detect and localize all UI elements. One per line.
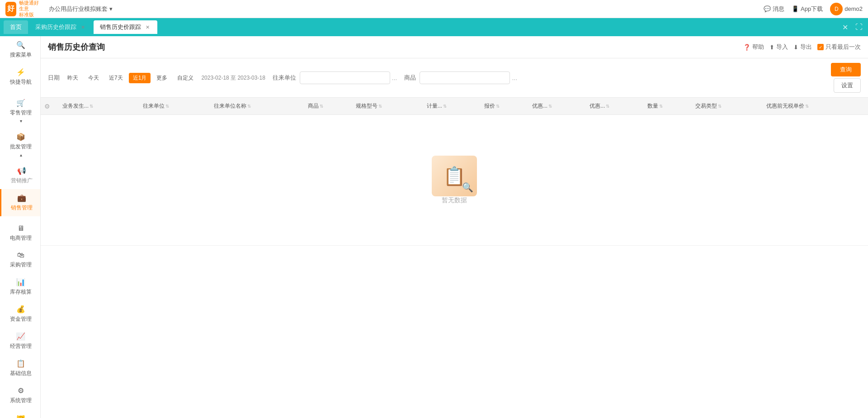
th-quantity[interactable]: 数量 ⇅ bbox=[644, 98, 692, 115]
import-button[interactable]: ⬆ 导入 bbox=[769, 43, 788, 51]
top-bar-left: 好 畅捷通好生意 标准版 办公用品行业模拟账套 ▾ bbox=[5, 0, 116, 18]
table-container: ⚙ 业务发生... ⇅ 往来单位 ⇅ bbox=[41, 98, 868, 418]
maximize-button[interactable]: ⛶ bbox=[854, 21, 864, 33]
product-ellipsis-button[interactable]: ... bbox=[512, 74, 517, 81]
sidebar-item-marketing[interactable]: 📢 营销推广 bbox=[0, 162, 40, 189]
th-unit[interactable]: 计量... ⇅ bbox=[423, 98, 481, 115]
sort-icon-quantity: ⇅ bbox=[659, 104, 663, 109]
sidebar: 🔍 搜索菜单 ⚡ 快捷导航 🛒 零售管理 ▾ 📦 批发管理 ▴ 📢 营销推广 💼… bbox=[0, 36, 41, 418]
help-button[interactable]: ❓ 帮助 bbox=[743, 43, 764, 51]
sort-icon-product: ⇅ bbox=[320, 104, 323, 109]
help-icon: ❓ bbox=[743, 44, 750, 51]
th-pre-tax-price[interactable]: 优惠前无税单价 ⇅ bbox=[763, 98, 868, 115]
custom-btn[interactable]: 自定义 bbox=[173, 73, 198, 83]
import-icon: ⬆ bbox=[769, 44, 774, 51]
th-trade-type[interactable]: 交易类型 ⇅ bbox=[692, 98, 763, 115]
avatar: D bbox=[830, 3, 843, 15]
last7days-btn[interactable]: 近7天 bbox=[105, 73, 127, 83]
date-label: 日期 bbox=[48, 74, 60, 82]
empty-illustration bbox=[432, 156, 477, 196]
system-icon: ⚙ bbox=[18, 386, 24, 395]
date-shortcuts: 昨天 今天 近7天 近1月 更多 自定义 bbox=[63, 73, 198, 83]
th-discount1[interactable]: 优惠... ⇅ bbox=[528, 98, 586, 115]
sidebar-item-finance[interactable]: 💰 资金管理 bbox=[0, 300, 40, 328]
th-product[interactable]: 商品 ⇅ bbox=[304, 98, 352, 115]
settings-button[interactable]: 设置 bbox=[834, 78, 861, 93]
sidebar-item-search-menu[interactable]: 🔍 搜索菜单 bbox=[0, 36, 40, 63]
data-table: ⚙ 业务发生... ⇅ 往来单位 ⇅ bbox=[41, 98, 868, 246]
last1month-btn[interactable]: 近1月 bbox=[129, 73, 151, 83]
page-title: 销售历史价查询 bbox=[48, 42, 105, 52]
more-btn[interactable]: 更多 bbox=[152, 73, 171, 83]
export-button[interactable]: ⬇ 导出 bbox=[793, 43, 812, 51]
sidebar-item-operations[interactable]: 📈 经营管理 bbox=[0, 328, 40, 355]
th-discount2[interactable]: 优惠... ⇅ bbox=[586, 98, 643, 115]
th-partner-code[interactable]: 往来单位 ⇅ bbox=[139, 98, 210, 115]
home-tab-label: 首页 bbox=[10, 23, 22, 31]
partner-input[interactable] bbox=[300, 71, 390, 84]
date-range-display: 2023-02-18 至 2023-03-18 bbox=[201, 74, 265, 82]
product-filter-group: 商品 ... bbox=[404, 71, 517, 84]
sidebar-item-system[interactable]: ⚙ 系统管理 bbox=[0, 382, 40, 409]
empty-text: 暂无数据 bbox=[442, 196, 467, 204]
sidebar-item-retail[interactable]: 🛒 零售管理 ▾ bbox=[0, 94, 40, 128]
th-biz-date[interactable]: 业务发生... ⇅ bbox=[59, 98, 139, 115]
sidebar-item-ecommerce[interactable]: 🖥 电商管理 bbox=[0, 220, 40, 247]
table-settings-icon[interactable]: ⚙ bbox=[44, 103, 50, 110]
partner-filter-group: 往来单位 ... bbox=[273, 71, 397, 84]
close-sales-tab-icon[interactable]: ✕ bbox=[144, 24, 151, 31]
ecommerce-icon: 🖥 bbox=[17, 224, 24, 233]
tab-sales-history[interactable]: 销售历史价跟踪 ✕ bbox=[94, 20, 157, 34]
sort-icon-discount2: ⇅ bbox=[606, 104, 609, 109]
sort-icon-discount1: ⇅ bbox=[548, 104, 552, 109]
date-filter-group: 日期 昨天 今天 近7天 近1月 更多 自定义 2023-02-18 至 202… bbox=[48, 73, 265, 83]
query-button[interactable]: 查询 bbox=[831, 63, 861, 76]
partner-ellipsis-button[interactable]: ... bbox=[392, 74, 397, 81]
phone-icon: 📱 bbox=[792, 5, 799, 12]
sidebar-item-inventory[interactable]: 📊 库存核算 bbox=[0, 273, 40, 300]
close-purchase-tab-icon[interactable]: ✕ bbox=[79, 24, 86, 31]
sidebar-item-purchase[interactable]: 🛍 采购管理 bbox=[0, 247, 40, 273]
user-profile[interactable]: D demo2 bbox=[830, 3, 863, 15]
sort-icon-spec: ⇅ bbox=[378, 104, 382, 109]
wholesale-icon: 📦 bbox=[16, 133, 25, 141]
purchase-history-tab-label: 采购历史价跟踪 bbox=[35, 23, 76, 31]
th-settings: ⚙ bbox=[41, 98, 59, 115]
tab-bar-controls: ✕ ⛶ bbox=[840, 21, 864, 33]
checkbox-checked-icon: ✓ bbox=[817, 44, 824, 50]
tab-purchase-history[interactable]: 采购历史价跟踪 ✕ bbox=[29, 20, 93, 34]
message-button[interactable]: 💬 消息 bbox=[764, 5, 784, 13]
product-input-wrapper: ... bbox=[420, 71, 517, 84]
quick-nav-icon: ⚡ bbox=[16, 68, 25, 76]
today-btn[interactable]: 今天 bbox=[84, 73, 103, 83]
partner-input-wrapper: ... bbox=[300, 71, 397, 84]
close-all-tabs-button[interactable]: ✕ bbox=[840, 21, 850, 33]
th-spec[interactable]: 规格型号 ⇅ bbox=[352, 98, 423, 115]
sidebar-item-wholesale[interactable]: 📦 批发管理 ▴ bbox=[0, 128, 40, 162]
page-title-row: 销售历史价查询 ❓ 帮助 ⬆ 导入 ⬇ 导出 ✓ bbox=[48, 42, 861, 52]
purchase-icon: 🛍 bbox=[17, 251, 24, 259]
th-quoted-price[interactable]: 报价 ⇅ bbox=[481, 98, 528, 115]
arrow-up-icon: ▴ bbox=[20, 152, 22, 157]
th-partner-name[interactable]: 往来单位名称 ⇅ bbox=[210, 98, 304, 115]
top-bar: 好 畅捷通好生意 标准版 办公用品行业模拟账套 ▾ 💬 消息 📱 App下载 D… bbox=[0, 0, 868, 18]
filter-action-buttons: 查询 设置 bbox=[831, 63, 861, 93]
only-last-checkbox-label[interactable]: ✓ 只看最后一次 bbox=[817, 43, 861, 51]
sort-icon-pre-tax-price: ⇅ bbox=[805, 104, 809, 109]
logo-text: 畅捷通好生意 标准版 bbox=[19, 0, 42, 18]
sidebar-item-basic-info[interactable]: 📋 基础信息 bbox=[0, 355, 40, 382]
table-header-row: ⚙ 业务发生... ⇅ 往来单位 ⇅ bbox=[41, 98, 868, 115]
yesterday-btn[interactable]: 昨天 bbox=[63, 73, 82, 83]
tab-home[interactable]: 首页 bbox=[4, 20, 28, 34]
page-header: 销售历史价查询 ❓ 帮助 ⬆ 导入 ⬇ 导出 ✓ bbox=[41, 36, 868, 58]
sidebar-item-enterprise-collab[interactable]: 🤝 企业协同 bbox=[0, 409, 40, 418]
sidebar-item-quick-nav[interactable]: ⚡ 快捷导航 bbox=[0, 63, 40, 90]
product-input[interactable] bbox=[420, 71, 510, 84]
sales-history-tab-label: 销售历史价跟踪 bbox=[100, 23, 141, 31]
app-download-button[interactable]: 📱 App下载 bbox=[792, 5, 823, 13]
top-bar-right: 💬 消息 📱 App下载 D demo2 bbox=[764, 3, 863, 15]
empty-state-cell: 暂无数据 bbox=[41, 115, 868, 246]
industry-selector[interactable]: 办公用品行业模拟账套 ▾ bbox=[45, 3, 116, 15]
sidebar-item-sales-management[interactable]: 💼 销售管理 bbox=[0, 189, 40, 216]
page-actions: ❓ 帮助 ⬆ 导入 ⬇ 导出 ✓ 只看最后一次 bbox=[743, 43, 861, 51]
